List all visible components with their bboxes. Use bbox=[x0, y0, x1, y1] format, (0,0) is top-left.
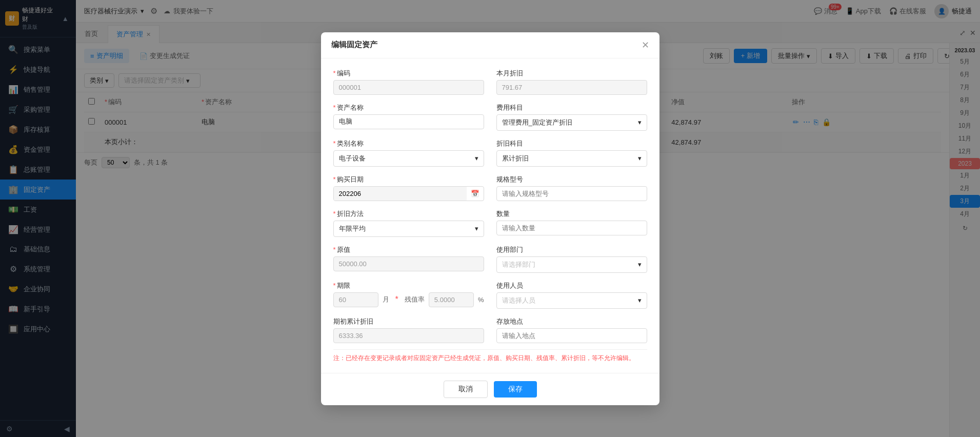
field-spec: 规格型号 bbox=[496, 175, 647, 201]
initial-accumulated-input[interactable] bbox=[333, 328, 484, 343]
chevron-down-icon: ▾ bbox=[638, 296, 642, 304]
period-label: * 期限 bbox=[333, 281, 484, 290]
field-initial-accumulated: 期初累计折旧 bbox=[333, 317, 484, 343]
modal-footer: 取消 保存 bbox=[321, 373, 659, 405]
field-period-residual: * 期限 月 * 残值率 % bbox=[333, 281, 484, 309]
user-select[interactable]: 请选择人员 ▾ bbox=[496, 292, 647, 309]
edit-asset-modal: 编辑固定资产 ✕ * 编码 本月折旧 bbox=[321, 32, 659, 405]
period-unit: 月 bbox=[383, 295, 389, 304]
modal-overlay: 编辑固定资产 ✕ * 编码 本月折旧 bbox=[0, 0, 980, 437]
dep-account-label: 折旧科目 bbox=[496, 139, 647, 148]
original-value-input[interactable] bbox=[333, 256, 484, 271]
modal-title: 编辑固定资产 bbox=[331, 40, 377, 50]
dep-account-select[interactable]: 累计折旧 ▾ bbox=[496, 150, 647, 167]
expense-account-select[interactable]: 管理费用_固定资产折旧 ▾ bbox=[496, 114, 647, 131]
calendar-icon[interactable]: 📅 bbox=[467, 187, 484, 201]
name-input[interactable] bbox=[333, 114, 484, 129]
category-label: * 类别名称 bbox=[333, 139, 484, 148]
category-select[interactable]: 电子设备 ▾ bbox=[333, 150, 484, 167]
chevron-down-icon: ▾ bbox=[638, 118, 642, 126]
dep-method-select[interactable]: 年限平均 ▾ bbox=[333, 221, 484, 237]
field-location: 存放地点 bbox=[496, 317, 647, 343]
modal-close-button[interactable]: ✕ bbox=[642, 39, 649, 51]
modal-body: * 编码 本月折旧 * 资产名称 bbox=[321, 58, 659, 373]
chevron-down-icon: ▾ bbox=[638, 154, 642, 162]
form-note: 注：已经存在变更记录或者对应固定资产已经生成凭证，原值、购买日期、残值率、累计折… bbox=[333, 349, 647, 363]
field-monthly-dep: 本月折旧 bbox=[496, 69, 647, 95]
spec-label: 规格型号 bbox=[496, 175, 647, 184]
quantity-input[interactable] bbox=[496, 221, 647, 235]
residual-rate-label: 残值率 bbox=[405, 295, 425, 304]
field-dep-method: * 折旧方法 年限平均 ▾ bbox=[333, 209, 484, 237]
field-department: 使用部门 请选择部门 ▾ bbox=[496, 245, 647, 273]
user-label: 使用人员 bbox=[496, 281, 647, 290]
expense-account-label: 费用科目 bbox=[496, 103, 647, 112]
chevron-down-icon: ▾ bbox=[638, 261, 642, 268]
spec-input[interactable] bbox=[496, 186, 647, 201]
period-residual-inline: 月 * 残值率 % bbox=[333, 292, 484, 307]
field-code: * 编码 bbox=[333, 69, 484, 95]
code-label: * 编码 bbox=[333, 69, 484, 78]
chevron-down-icon: ▾ bbox=[475, 154, 478, 162]
field-original-value: * 原值 bbox=[333, 245, 484, 273]
department-label: 使用部门 bbox=[496, 245, 647, 254]
field-quantity: 数量 bbox=[496, 209, 647, 237]
department-select[interactable]: 请选择部门 ▾ bbox=[496, 256, 647, 273]
location-label: 存放地点 bbox=[496, 317, 647, 326]
monthly-dep-input[interactable] bbox=[496, 80, 647, 95]
field-purchase-date: * 购买日期 📅 bbox=[333, 175, 484, 201]
purchase-date-input[interactable] bbox=[334, 187, 467, 201]
quantity-label: 数量 bbox=[496, 209, 647, 218]
purchase-date-label: * 购买日期 bbox=[333, 175, 484, 184]
residual-rate-unit: % bbox=[478, 296, 484, 304]
residual-rate-input[interactable] bbox=[429, 292, 474, 307]
monthly-dep-label: 本月折旧 bbox=[496, 69, 647, 78]
location-input[interactable] bbox=[496, 328, 647, 343]
original-value-label: * 原值 bbox=[333, 245, 484, 254]
field-category: * 类别名称 电子设备 ▾ bbox=[333, 139, 484, 167]
cancel-button[interactable]: 取消 bbox=[444, 381, 488, 398]
modal-header: 编辑固定资产 ✕ bbox=[321, 32, 659, 58]
initial-accumulated-label: 期初累计折旧 bbox=[333, 317, 484, 326]
code-input[interactable] bbox=[333, 80, 484, 95]
save-button[interactable]: 保存 bbox=[494, 381, 537, 398]
form-grid: * 编码 本月折旧 * 资产名称 bbox=[333, 69, 647, 343]
field-expense-account: 费用科目 管理费用_固定资产折旧 ▾ bbox=[496, 103, 647, 131]
chevron-down-icon: ▾ bbox=[475, 225, 478, 232]
period-input[interactable] bbox=[333, 292, 378, 307]
field-dep-account: 折旧科目 累计折旧 ▾ bbox=[496, 139, 647, 167]
name-label: * 资产名称 bbox=[333, 103, 484, 112]
purchase-date-input-wrap: 📅 bbox=[333, 186, 484, 201]
field-user: 使用人员 请选择人员 ▾ bbox=[496, 281, 647, 309]
dep-method-label: * 折旧方法 bbox=[333, 209, 484, 218]
field-name: * 资产名称 bbox=[333, 103, 484, 131]
